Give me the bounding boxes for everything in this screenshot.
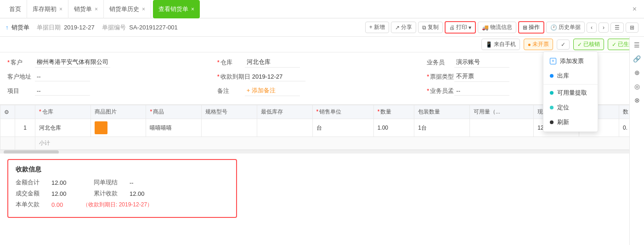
pay-field-5: 本单欠款 0.00 （收款到期日: 2019-12-27） xyxy=(16,200,153,209)
project-field: 项目 -- xyxy=(7,86,217,96)
th-available: 可用量（... xyxy=(469,105,533,119)
customer-label: 客户 xyxy=(7,58,35,67)
tab-sales-order[interactable]: 销货单 × xyxy=(68,0,104,18)
date-value: 2019-12-27 xyxy=(64,24,95,31)
row-num-cell: 1 xyxy=(15,119,35,137)
th-qty: 数量 xyxy=(373,105,414,119)
product-image xyxy=(95,121,107,134)
debt-suffix: （收款到期日: 2019-12-27） xyxy=(83,201,153,209)
available-pickup-item[interactable]: 可用量提取 xyxy=(543,85,598,100)
row-image-cell xyxy=(90,119,146,137)
tab-home-label: 首页 xyxy=(9,5,21,13)
tab-home[interactable]: 首页 xyxy=(4,0,27,18)
nav-next-button[interactable]: › xyxy=(599,23,609,33)
deal-amount-label: 成交金额 xyxy=(16,189,48,198)
share-button[interactable]: ↗ 分享 xyxy=(391,22,416,33)
share-icon: ↗ xyxy=(395,24,400,31)
add-invoice-icon: + xyxy=(550,58,556,64)
locate-item[interactable]: 定位 xyxy=(543,100,598,115)
doc-name-label: 销货单 xyxy=(11,23,29,32)
th-spec: 规格型号 xyxy=(202,105,257,119)
tab-sales-order-close[interactable]: × xyxy=(95,6,98,12)
tab-inventory-init-close[interactable]: × xyxy=(59,6,62,12)
tab-sales-history[interactable]: 销货单历史 × xyxy=(104,0,151,18)
row-product-cell: 嘻嘻嘻嘻 xyxy=(146,119,202,137)
right-panel-btn-1[interactable]: ☰ xyxy=(631,39,644,51)
deal-amount-value: 12.00 xyxy=(51,190,79,197)
same-order-settle-value: -- xyxy=(130,179,157,186)
tab-sales-history-label: 销货单历史 xyxy=(109,5,139,13)
refresh-icon xyxy=(550,120,554,124)
refresh-label: 刷新 xyxy=(557,118,569,126)
history-button[interactable]: 🕐 历史单据 xyxy=(546,22,585,33)
right-panel-btn-2[interactable]: 🔗 xyxy=(631,52,644,65)
th-unit-label: 销售单位 xyxy=(316,108,342,115)
verified-button[interactable]: ✓ 已核销 xyxy=(573,39,604,50)
tab-bar: 首页 库存期初 × 销货单 × 销货单历史 × 查看销货单 × × xyxy=(0,0,644,18)
payment-date-value[interactable]: 2019-12-27 xyxy=(250,72,305,81)
check-icon-btn[interactable]: ✓ xyxy=(557,40,570,50)
right-panel-btn-4[interactable]: ◎ xyxy=(631,80,644,93)
th-image: 商品图片 xyxy=(90,105,146,119)
dropdown-divider xyxy=(543,84,598,85)
add-invoice-item[interactable]: + 添加发票 xyxy=(543,54,598,68)
ticket-type-value: 不开票 xyxy=(454,71,509,82)
address-value: -- xyxy=(35,72,90,81)
address-label: 客户地址 xyxy=(7,73,35,81)
staff-value: 演示账号 xyxy=(454,57,509,68)
nav-prev-button[interactable]: ‹ xyxy=(587,23,597,33)
current-debt-label: 本单欠款 xyxy=(16,200,48,209)
refresh-item[interactable]: 刷新 xyxy=(543,115,598,130)
th-product-label: 商品 xyxy=(150,108,164,115)
scrollbar-thumb[interactable] xyxy=(4,150,59,154)
window-close-button[interactable]: × xyxy=(629,3,640,15)
date-label: 单据日期 xyxy=(37,24,61,31)
number-label: 单据编号 xyxy=(102,24,126,31)
ticket-type-field: 票据类型 不开票 xyxy=(427,71,637,82)
outbound-item[interactable]: 出库 xyxy=(543,68,598,83)
subtotal-num-cell xyxy=(15,137,35,150)
horizontal-scrollbar[interactable] xyxy=(0,150,644,154)
phone-icon: 📱 xyxy=(486,41,492,48)
pay-field-1: 金额合计 12.00 xyxy=(16,178,79,187)
logistics-icon: 🚚 xyxy=(482,24,489,31)
customer-value[interactable]: 柳州粤港平安气体有限公司 xyxy=(35,57,110,68)
address-field: 客户地址 -- xyxy=(7,72,217,81)
payment-row-2: 成交金额 12.00 累计收款 12.00 xyxy=(16,189,229,198)
logistics-button[interactable]: 🚚 物流信息 xyxy=(478,22,516,33)
warehouse-value[interactable]: 河北仓库 xyxy=(245,57,300,68)
invoice-status-button[interactable]: ● 未开票 xyxy=(524,39,553,50)
customer-field: 客户 柳州粤港平安气体有限公司 xyxy=(7,57,217,68)
print-button[interactable]: 🖨 打印 ▾ xyxy=(445,21,476,34)
tab-view-sales-close[interactable]: × xyxy=(191,6,194,12)
cumulative-payment-label: 累计收款 xyxy=(94,189,126,198)
add-button[interactable]: + 新增 xyxy=(365,22,389,33)
check-icon: ✓ xyxy=(577,41,582,48)
tab-inventory-init[interactable]: 库存期初 × xyxy=(27,0,68,18)
row-pack-qty-cell: 1台 xyxy=(414,119,470,137)
toolbar-actions: + 新增 ↗ 分享 ⧉ 复制 🖨 打印 ▾ 🚚 物流信息 xyxy=(365,21,638,34)
right-panel-btn-5[interactable]: ⊗ xyxy=(631,94,644,107)
target-icon: ◎ xyxy=(634,83,640,90)
same-order-settle-label: 同单现结 xyxy=(94,178,126,187)
tab-sales-history-close[interactable]: × xyxy=(142,6,145,12)
th-pack-qty: 包装数量 xyxy=(414,105,470,119)
form-row-1: 客户 柳州粤港平安气体有限公司 仓库 河北仓库 业务员 演示账号 xyxy=(7,57,637,68)
right-panel: ☰ 🔗 ⊕ ◎ ⊗ ⛶ xyxy=(629,37,644,245)
payment-date-field: 收款到期日 2019-12-27 xyxy=(217,72,427,81)
view-list-button[interactable]: ☰ xyxy=(610,23,624,33)
payment-row-3: 本单欠款 0.00 （收款到期日: 2019-12-27） xyxy=(16,200,229,209)
operations-button[interactable]: ⊞ 操作 xyxy=(518,21,544,34)
th-settings[interactable]: ⚙ xyxy=(0,105,15,119)
toolbar-row1: ↑ 销货单 单据日期 2019-12-27 单据编号 SA-20191227-0… xyxy=(0,18,644,37)
view-grid-button[interactable]: ⊞ xyxy=(626,23,638,33)
from-phone-button[interactable]: 📱 来自手机 xyxy=(481,39,520,50)
add-remark-button[interactable]: + 添加备注 xyxy=(245,85,300,96)
tab-view-sales[interactable]: 查看销货单 × xyxy=(153,0,200,18)
available-pickup-label: 可用量提取 xyxy=(557,89,587,97)
payment-area: 收款信息 金额合计 12.00 同单现结 -- 成交金额 12.00 xyxy=(7,159,237,218)
right-panel-btn-3[interactable]: ⊕ xyxy=(631,66,644,79)
toolbar-row2: 📱 来自手机 ● 未开票 ✓ ✓ 已核销 ✓ 已生效 xyxy=(0,37,644,52)
copy-button[interactable]: ⧉ 复制 xyxy=(418,22,443,33)
pay-field-2: 同单现结 -- xyxy=(94,178,157,187)
